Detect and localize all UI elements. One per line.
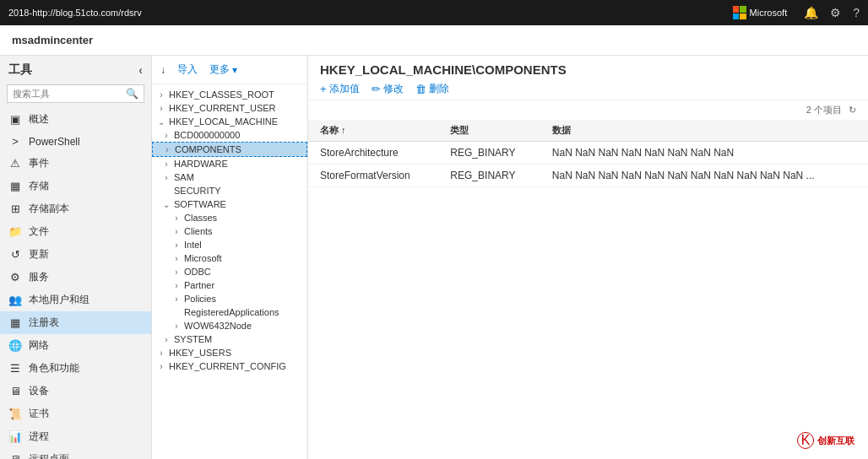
storage-icon: ▦ — [8, 180, 22, 192]
watermark-text: 创新互联 — [817, 435, 854, 447]
tree-node-label: HKEY_CLASSES_ROOT — [169, 89, 274, 100]
topbar-title: 2018-http://blog.51cto.com/rdsrv — [8, 8, 733, 18]
refresh-icon[interactable]: ↻ — [849, 105, 856, 116]
cell-name: StoreFormatVersion — [308, 165, 438, 187]
search-input[interactable] — [13, 89, 126, 99]
network-icon: 🌐 — [8, 339, 22, 352]
overview-icon: ▣ — [8, 113, 22, 126]
chevron-icon: › — [171, 267, 182, 277]
tree-node-label: COMPONENTS — [175, 144, 241, 154]
tree-node-security[interactable]: SECURITY — [152, 184, 307, 197]
sidebar-item-label: 进程 — [29, 429, 49, 444]
tree-node-hkey-local-machine[interactable]: ⌄ HKEY_LOCAL_MACHINE — [152, 115, 307, 128]
chevron-icon: › — [155, 104, 167, 113]
import-button[interactable]: 导入 — [177, 62, 198, 77]
sidebar-item-registry[interactable]: ▦ 注册表 — [0, 311, 151, 334]
roles-icon: ☰ — [8, 362, 22, 375]
edit-icon: ✏ — [372, 83, 381, 95]
sidebar-item-local-users[interactable]: 👥 本地用户和组 — [0, 289, 151, 311]
tree-node-hkey-classes-root[interactable]: › HKEY_CLASSES_ROOT — [152, 88, 307, 101]
tree-node-policies[interactable]: › Policies — [152, 292, 307, 305]
tree-node-label: HARDWARE — [174, 159, 228, 169]
tree-node-odbc[interactable]: › ODBC — [152, 265, 307, 278]
sidebar-search-box[interactable]: 🔍 — [7, 84, 144, 103]
local-users-icon: 👥 — [8, 294, 22, 306]
tree-node-hkey-current-config[interactable]: › HKEY_CURRENT_CONFIG — [152, 359, 307, 373]
sidebar-item-roles[interactable]: ☰ 角色和功能 — [0, 357, 151, 380]
tree-node-components[interactable]: › COMPONENTS — [152, 142, 307, 157]
events-icon: ⚠ — [8, 157, 22, 170]
table-row[interactable]: StoreFormatVersion REG_BINARY NaN NaN Na… — [308, 165, 868, 187]
sidebar-item-services[interactable]: ⚙ 服务 — [0, 266, 151, 289]
sidebar-item-storage[interactable]: ▦ 存储 — [0, 175, 151, 197]
sidebar-item-label: 证书 — [29, 407, 49, 421]
edit-button[interactable]: ✏ 修改 — [372, 82, 404, 96]
tree-node-label: Policies — [184, 294, 216, 304]
tree-node-hkey-current-user[interactable]: › HKEY_CURRENT_USER — [152, 101, 307, 115]
search-icon: 🔍 — [126, 88, 138, 100]
sidebar-item-label: 服务 — [29, 270, 49, 284]
sidebar-item-label: 本地用户和组 — [29, 293, 90, 307]
titlebar: msadmincenter — [0, 25, 868, 56]
cell-data: NaN NaN NaN NaN NaN NaN NaN NaN — [540, 142, 868, 165]
sidebar-item-label: 角色和功能 — [29, 361, 79, 375]
content-header: HKEY_LOCAL_MACHINE\COMPONENTS + 添加值 ✏ 修改… — [308, 56, 868, 100]
chevron-icon: › — [171, 321, 182, 331]
tree-node-registered-apps[interactable]: RegisteredApplications — [152, 305, 307, 319]
sidebar: 工具 ‹ 🔍 ▣ 概述 > PowerShell ⚠ 事件 ▦ 存储 — [0, 56, 152, 459]
main-layout: 工具 ‹ 🔍 ▣ 概述 > PowerShell ⚠ 事件 ▦ 存储 — [0, 56, 868, 459]
sidebar-item-events[interactable]: ⚠ 事件 — [0, 152, 151, 175]
col-data[interactable]: 数据 — [540, 120, 868, 142]
processes-icon: 📊 — [8, 430, 22, 443]
tree-node-wow6432[interactable]: › WOW6432Node — [152, 319, 307, 332]
notification-icon[interactable]: 🔔 — [804, 6, 818, 19]
content-table-area: 名称 ↑ 类型 数据 StoreArchitecture REG_BINARY … — [308, 120, 868, 459]
table-row[interactable]: StoreArchitecture REG_BINARY NaN NaN NaN… — [308, 142, 868, 165]
cell-type: REG_BINARY — [438, 142, 540, 165]
tree-node-intel[interactable]: › Intel — [152, 238, 307, 251]
tree-node-clients[interactable]: › Clients — [152, 224, 307, 238]
tree-node-bcd000000000[interactable]: › BCD000000000 — [152, 128, 307, 142]
sidebar-item-label: PowerShell — [29, 136, 80, 148]
registry-tree[interactable]: › HKEY_CLASSES_ROOT › HKEY_CURRENT_USER … — [152, 84, 307, 459]
settings-icon[interactable]: ⚙ — [830, 6, 841, 19]
tree-node-label: WOW6432Node — [184, 321, 252, 331]
tree-node-microsoft[interactable]: › Microsoft — [152, 251, 307, 265]
sidebar-item-powershell[interactable]: > PowerShell — [0, 131, 151, 152]
add-value-button[interactable]: + 添加值 — [320, 82, 360, 96]
chevron-down-icon: ▾ — [232, 64, 237, 76]
sidebar-header: 工具 ‹ — [0, 56, 151, 84]
tree-node-hardware[interactable]: › HARDWARE — [152, 157, 307, 170]
sidebar-item-updates[interactable]: ↺ 更新 — [0, 243, 151, 266]
col-name[interactable]: 名称 ↑ — [308, 120, 438, 142]
tree-node-label: HKEY_USERS — [169, 348, 231, 358]
chevron-icon: › — [160, 159, 172, 169]
more-button[interactable]: 更多 ▾ — [209, 62, 237, 77]
sidebar-item-network[interactable]: 🌐 网络 — [0, 334, 151, 357]
tree-node-system[interactable]: › SYSTEM — [152, 332, 307, 346]
delete-button[interactable]: 🗑 删除 — [415, 82, 449, 96]
sidebar-collapse-icon[interactable]: ‹ — [138, 63, 143, 77]
tree-node-hkey-users[interactable]: › HKEY_USERS — [152, 346, 307, 359]
tree-node-software[interactable]: ⌄ SOFTWARE — [152, 197, 307, 211]
help-icon[interactable]: ? — [853, 6, 860, 19]
sidebar-item-certs[interactable]: 📜 证书 — [0, 402, 151, 425]
content-title: HKEY_LOCAL_MACHINE\COMPONENTS — [320, 62, 856, 77]
sidebar-item-label: 更新 — [29, 247, 49, 262]
powershell-icon: > — [8, 135, 22, 148]
tree-node-classes[interactable]: › Classes — [152, 211, 307, 224]
col-type[interactable]: 类型 — [438, 120, 540, 142]
sidebar-item-remote-desktop[interactable]: 🖥 远程桌面 — [0, 448, 151, 459]
tree-node-partner[interactable]: › Partner — [152, 278, 307, 292]
sidebar-item-label: 注册表 — [29, 316, 59, 330]
sidebar-item-overview[interactable]: ▣ 概述 — [0, 108, 151, 131]
topbar-brand-name: Microsoft — [750, 8, 788, 18]
sidebar-title: 工具 — [8, 62, 32, 78]
sidebar-item-devices[interactable]: 🖥 设备 — [0, 380, 151, 402]
chevron-icon: › — [160, 173, 172, 182]
sidebar-item-processes[interactable]: 📊 进程 — [0, 425, 151, 448]
sidebar-item-storage-replica[interactable]: ⊞ 存储副本 — [0, 197, 151, 220]
sidebar-item-files[interactable]: 📁 文件 — [0, 220, 151, 243]
tree-node-sam[interactable]: › SAM — [152, 170, 307, 184]
tree-import-icon: ↓ — [160, 64, 165, 76]
